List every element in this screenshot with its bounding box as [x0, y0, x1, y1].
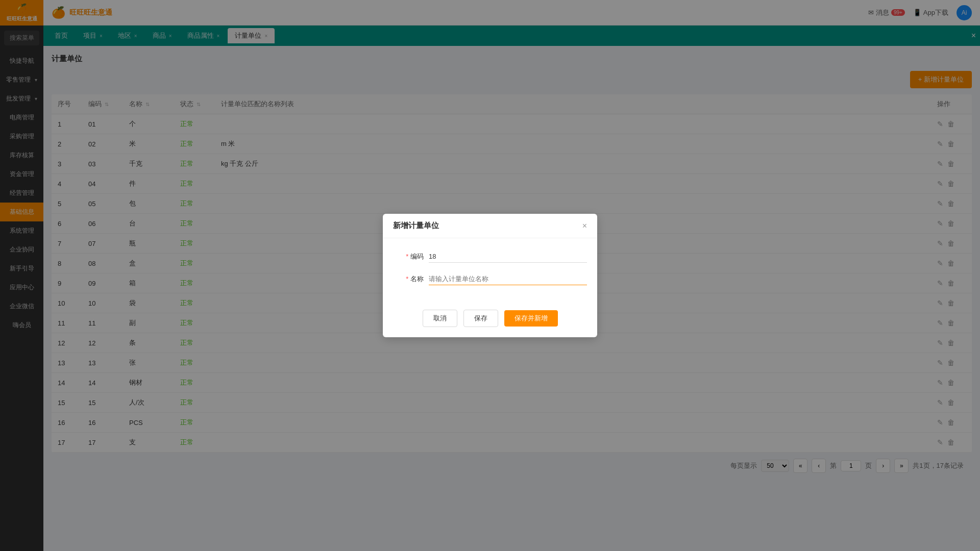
- code-input[interactable]: [429, 251, 587, 263]
- modal-footer: 取消 保存 保存并新增: [383, 304, 597, 337]
- cancel-button[interactable]: 取消: [423, 310, 457, 327]
- save-and-new-button[interactable]: 保存并新增: [504, 310, 558, 327]
- modal-body: 编码 名称: [383, 238, 597, 304]
- modal-header: 新增计量单位 ×: [383, 214, 597, 238]
- save-button[interactable]: 保存: [463, 310, 498, 327]
- form-row-code: 编码: [393, 251, 587, 263]
- modal-overlay[interactable]: 新增计量单位 × 编码 名称 取消 保存 保存并新增: [0, 0, 980, 551]
- name-input[interactable]: [429, 273, 587, 285]
- add-unit-modal: 新增计量单位 × 编码 名称 取消 保存 保存并新增: [383, 214, 597, 337]
- modal-close-button[interactable]: ×: [582, 221, 587, 231]
- modal-title: 新增计量单位: [393, 221, 439, 231]
- form-row-name: 名称: [393, 273, 587, 285]
- name-label: 名称: [393, 274, 424, 284]
- code-label: 编码: [393, 252, 424, 261]
